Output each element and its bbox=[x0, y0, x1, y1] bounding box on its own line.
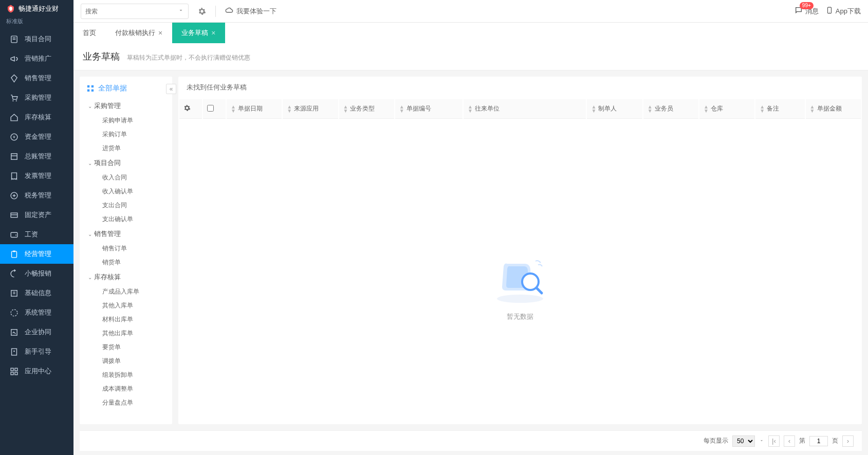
docs-doc-3-3[interactable]: 其他出库单 bbox=[88, 326, 172, 340]
docs-doc-0-1[interactable]: 采购订单 bbox=[88, 128, 172, 141]
docs-doc-3-1[interactable]: 其他入库单 bbox=[88, 299, 172, 313]
column-header-7[interactable]: ▲▼仓库 bbox=[699, 99, 754, 119]
collapse-panel-button[interactable]: « bbox=[166, 84, 176, 94]
column-header-9[interactable]: ▲▼单据金额 bbox=[806, 99, 861, 119]
sidebar-item-3[interactable]: 采购管理 bbox=[0, 88, 73, 107]
column-header-6[interactable]: ▲▼业务员 bbox=[643, 99, 698, 119]
column-header-2[interactable]: ▲▼业务类型 bbox=[339, 99, 394, 119]
no-results-text: 未找到任何业务草稿 bbox=[178, 77, 862, 98]
docs-panel-header[interactable]: 全部单据 bbox=[80, 77, 172, 98]
docs-doc-2-0[interactable]: 销售订单 bbox=[88, 242, 172, 256]
docs-doc-3-4[interactable]: 要货单 bbox=[88, 340, 172, 354]
experience-button[interactable]: 我要体验一下 bbox=[222, 4, 280, 18]
settings-icon[interactable] bbox=[195, 4, 209, 19]
svg-point-28 bbox=[829, 12, 829, 12]
docs-group-label: 销售管理 bbox=[94, 229, 121, 239]
sidebar-item-label: 总账管理 bbox=[25, 152, 51, 161]
sidebar-item-label: 经营管理 bbox=[25, 249, 51, 259]
collab-icon bbox=[9, 327, 19, 337]
sidebar-item-11[interactable]: 经营管理 bbox=[0, 244, 73, 264]
docs-group-1[interactable]: ⌄项目合同 bbox=[88, 155, 172, 171]
sidebar-item-label: 采购管理 bbox=[25, 93, 51, 102]
search-input[interactable] bbox=[85, 8, 175, 15]
sidebar-item-17[interactable]: 应用中心 bbox=[0, 361, 73, 381]
docs-doc-2-1[interactable]: 销货单 bbox=[88, 256, 172, 269]
docs-doc-1-0[interactable]: 收入合同 bbox=[88, 171, 172, 185]
brand-logo-icon bbox=[6, 4, 15, 13]
sidebar-item-2[interactable]: 销售管理 bbox=[0, 68, 73, 88]
column-header-5[interactable]: ▲▼制单人 bbox=[587, 99, 642, 119]
docs-doc-3-5[interactable]: 调拨单 bbox=[88, 354, 172, 368]
sidebar-item-4[interactable]: 库存核算 bbox=[0, 107, 73, 127]
close-icon[interactable]: × bbox=[211, 29, 215, 37]
docs-doc-3-7[interactable]: 成本调整单 bbox=[88, 382, 172, 396]
column-label: 制单人 bbox=[598, 105, 617, 112]
svg-rect-14 bbox=[11, 251, 16, 257]
docs-doc-3-6[interactable]: 组装拆卸单 bbox=[88, 368, 172, 382]
sidebar-item-7[interactable]: 发票管理 bbox=[0, 166, 73, 186]
tab-0[interactable]: 首页 bbox=[73, 23, 106, 43]
docs-group-0[interactable]: ⌄采购管理 bbox=[88, 98, 172, 114]
column-label: 单据金额 bbox=[817, 105, 842, 112]
svg-rect-31 bbox=[87, 89, 89, 92]
tab-2[interactable]: 业务草稿× bbox=[172, 23, 225, 43]
sidebar-item-12[interactable]: 小畅报销 bbox=[0, 264, 73, 283]
svg-rect-30 bbox=[91, 85, 94, 87]
docs-doc-3-2[interactable]: 材料出库单 bbox=[88, 313, 172, 326]
docs-doc-0-0[interactable]: 采购申请单 bbox=[88, 114, 172, 128]
docs-group-2[interactable]: ⌄销售管理 bbox=[88, 226, 172, 242]
topbar: 我要体验一下 99+ 消息 App下载 bbox=[73, 0, 868, 23]
chevron-down-icon[interactable] bbox=[178, 7, 184, 15]
sidebar-item-8[interactable]: 税务管理 bbox=[0, 186, 73, 205]
column-header-4[interactable]: ▲▼往来单位 bbox=[464, 99, 586, 119]
column-header-8[interactable]: ▲▼备注 bbox=[755, 99, 804, 119]
first-page-button[interactable]: |‹ bbox=[768, 435, 780, 447]
select-all-column[interactable] bbox=[203, 99, 226, 119]
app-download-button[interactable]: App下载 bbox=[826, 7, 861, 16]
svg-rect-26 bbox=[14, 372, 17, 374]
svg-point-19 bbox=[11, 310, 17, 316]
docs-doc-0-2[interactable]: 进货单 bbox=[88, 141, 172, 155]
table-settings-column[interactable] bbox=[179, 99, 202, 119]
column-header-1[interactable]: ▲▼来源应用 bbox=[283, 99, 338, 119]
sidebar-item-0[interactable]: 项目合同 bbox=[0, 29, 73, 49]
search-box[interactable] bbox=[81, 4, 189, 19]
refresh-icon bbox=[9, 269, 19, 278]
message-button[interactable]: 99+ 消息 bbox=[795, 6, 819, 16]
docs-doc-3-0[interactable]: 产成品入库单 bbox=[88, 285, 172, 299]
page-input[interactable] bbox=[809, 436, 828, 446]
sort-icon: ▲▼ bbox=[399, 105, 404, 113]
sidebar-item-9[interactable]: 固定资产 bbox=[0, 205, 73, 225]
column-header-3[interactable]: ▲▼单据编号 bbox=[395, 99, 463, 119]
column-label: 业务员 bbox=[655, 105, 673, 112]
next-page-button[interactable]: › bbox=[842, 435, 854, 447]
tab-1[interactable]: 付款核销执行× bbox=[106, 23, 172, 43]
docs-doc-3-8[interactable]: 分量盘点单 bbox=[88, 396, 172, 410]
docs-doc-1-3[interactable]: 支出确认单 bbox=[88, 212, 172, 226]
column-header-0[interactable]: ▲▼单据日期 bbox=[227, 99, 282, 119]
select-all-checkbox[interactable] bbox=[207, 105, 214, 112]
sort-icon: ▲▼ bbox=[760, 105, 765, 113]
sidebar-item-10[interactable]: 工资 bbox=[0, 225, 73, 244]
sidebar-item-6[interactable]: 总账管理 bbox=[0, 147, 73, 166]
clipboard-icon bbox=[9, 249, 19, 259]
svg-rect-25 bbox=[11, 372, 13, 374]
sidebar-item-1[interactable]: 营销推广 bbox=[0, 49, 73, 68]
sidebar-item-5[interactable]: ¥资金管理 bbox=[0, 127, 73, 147]
docs-group-3[interactable]: ⌄库存核算 bbox=[88, 269, 172, 285]
sidebar-item-14[interactable]: 系统管理 bbox=[0, 303, 73, 322]
empty-text: 暂无数据 bbox=[507, 312, 533, 321]
sidebar-item-16[interactable]: 新手引导 bbox=[0, 342, 73, 361]
svg-point-33 bbox=[497, 295, 543, 303]
column-label: 备注 bbox=[767, 105, 779, 112]
sidebar-item-15[interactable]: 企业协同 bbox=[0, 322, 73, 342]
sidebar-item-13[interactable]: 基础信息 bbox=[0, 283, 73, 303]
docs-tree[interactable]: ⌄采购管理采购申请单采购订单进货单⌄项目合同收入合同收入确认单支出合同支出确认单… bbox=[80, 98, 172, 424]
docs-doc-1-2[interactable]: 支出合同 bbox=[88, 198, 172, 212]
sidebar-item-label: 库存核算 bbox=[25, 113, 51, 122]
close-icon[interactable]: × bbox=[158, 29, 162, 37]
page-size-select[interactable]: 50 bbox=[732, 435, 755, 447]
main-sidebar: 畅捷通好业财 标准版 项目合同营销推广销售管理采购管理库存核算¥资金管理总账管理… bbox=[0, 0, 73, 455]
docs-doc-1-1[interactable]: 收入确认单 bbox=[88, 185, 172, 198]
prev-page-button[interactable]: ‹ bbox=[784, 435, 795, 447]
